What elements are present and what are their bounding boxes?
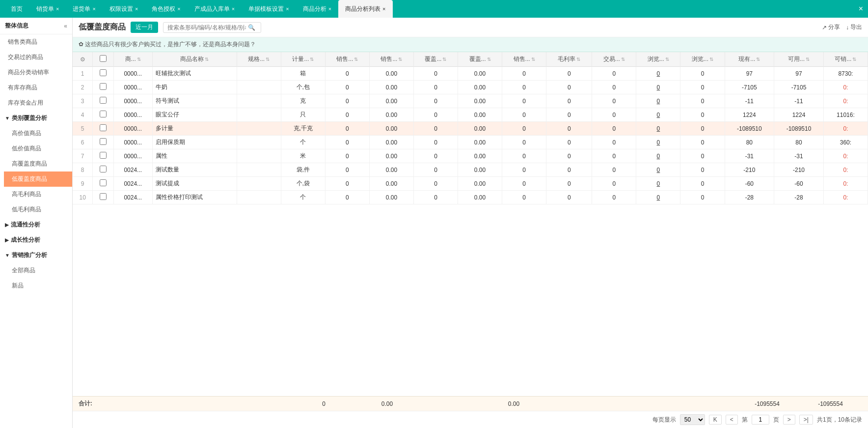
column-unit[interactable]: 计量...⇅: [281, 52, 325, 67]
column-name[interactable]: 商品名称⇅: [152, 52, 237, 67]
sidebar-item-low-value[interactable]: 低价值商品: [4, 141, 72, 156]
nav-tab-template-settings[interactable]: 单据模板设置 ×: [242, 0, 296, 18]
row-browse1[interactable]: 0: [636, 81, 680, 94]
sidebar-item-in-stock[interactable]: 有库存商品: [0, 80, 72, 95]
row-name[interactable]: 旺辅批次测试: [152, 67, 237, 81]
row-select-checkbox[interactable]: [100, 97, 107, 104]
row-checkbox[interactable]: [93, 191, 114, 204]
nav-tab-template-settings-close[interactable]: ×: [286, 6, 289, 12]
sidebar-group-growth[interactable]: ▶ 成长性分析: [0, 232, 72, 248]
row-select-checkbox[interactable]: [100, 179, 107, 186]
column-current-stock[interactable]: 现有...⇅: [725, 52, 774, 67]
row-select-checkbox[interactable]: [100, 193, 107, 200]
row-select-checkbox[interactable]: [100, 138, 107, 145]
sidebar-item-inventory-capital[interactable]: 库存资金占用: [0, 95, 72, 111]
export-button[interactable]: ↓ 导出: [846, 23, 862, 31]
nav-tab-finished-goods-close[interactable]: ×: [232, 6, 235, 12]
row-browse1[interactable]: 0: [636, 136, 680, 149]
sidebar-group-category-coverage[interactable]: ▼ 类别覆盖分析: [0, 111, 72, 126]
sidebar-item-sales-goods[interactable]: 销售类商品: [0, 34, 72, 50]
first-page-button[interactable]: K: [709, 415, 722, 425]
sidebar-item-all-goods[interactable]: 全部商品: [4, 263, 72, 278]
row-name[interactable]: 测试提成: [152, 177, 237, 191]
column-available[interactable]: 可用...⇅: [774, 52, 824, 67]
row-browse1[interactable]: 0: [636, 94, 680, 108]
column-saleable[interactable]: 可销...⇅: [823, 52, 868, 67]
column-browse1[interactable]: 浏览...⇅: [636, 52, 680, 67]
row-select-checkbox[interactable]: [100, 83, 107, 90]
row-name[interactable]: 启用保质期: [152, 136, 237, 149]
row-checkbox[interactable]: [93, 67, 114, 81]
row-browse1[interactable]: 0: [636, 163, 680, 177]
row-name[interactable]: 测试数量: [152, 163, 237, 177]
column-sales-amt[interactable]: 销售...⇅: [369, 52, 413, 67]
nav-tab-home[interactable]: 首页: [4, 0, 29, 18]
time-filter-button[interactable]: 近一月: [131, 22, 158, 33]
row-name[interactable]: 属性: [152, 149, 237, 163]
row-name[interactable]: 符号测试: [152, 94, 237, 108]
row-name[interactable]: 眼宝公仔: [152, 108, 237, 122]
share-button[interactable]: ↗ 分享: [822, 23, 840, 31]
nav-tab-sales[interactable]: 销货单 ×: [29, 0, 66, 18]
column-coverage1[interactable]: 覆盖...⇅: [413, 52, 458, 67]
row-name[interactable]: 牛奶: [152, 81, 237, 94]
last-page-button[interactable]: >|: [799, 415, 813, 425]
row-checkbox[interactable]: [93, 177, 114, 191]
row-checkbox[interactable]: [93, 94, 114, 108]
column-settings[interactable]: ⚙: [73, 52, 93, 67]
row-browse1[interactable]: 0: [636, 177, 680, 191]
row-select-checkbox[interactable]: [100, 166, 107, 172]
sidebar-item-high-margin[interactable]: 高毛利商品: [4, 187, 72, 202]
row-checkbox[interactable]: [93, 108, 114, 122]
column-gross-rate[interactable]: 毛利率⇅: [546, 52, 592, 67]
nav-tab-permissions[interactable]: 权限设置 ×: [103, 0, 145, 18]
prev-page-button[interactable]: <: [726, 415, 738, 425]
nav-tab-product-analysis-list[interactable]: 商品分析列表 ×: [338, 0, 392, 18]
nav-tab-purchase[interactable]: 进货单 ×: [66, 0, 102, 18]
row-select-checkbox[interactable]: [100, 124, 107, 131]
row-checkbox[interactable]: [93, 122, 114, 136]
select-all-checkbox[interactable]: [100, 55, 107, 62]
column-coverage2[interactable]: 覆盖...⇅: [458, 52, 502, 67]
column-trade[interactable]: 交易...⇅: [592, 52, 636, 67]
column-browse2[interactable]: 浏览...⇅: [680, 52, 725, 67]
row-browse1[interactable]: 0: [636, 149, 680, 163]
sidebar-group-marketing[interactable]: ▼ 营销推广分析: [0, 248, 72, 263]
row-browse1[interactable]: 0: [636, 67, 680, 81]
nav-tab-roles[interactable]: 角色授权 ×: [145, 0, 187, 18]
sidebar-item-low-margin[interactable]: 低毛利商品: [4, 202, 72, 217]
sidebar-item-new-goods[interactable]: 新品: [4, 278, 72, 293]
sidebar-item-traded-goods[interactable]: 交易过的商品: [0, 50, 72, 65]
next-page-button[interactable]: >: [783, 415, 795, 425]
row-checkbox[interactable]: [93, 136, 114, 149]
nav-tab-roles-close[interactable]: ×: [177, 6, 180, 12]
sidebar-item-high-value[interactable]: 高价值商品: [4, 126, 72, 141]
row-checkbox[interactable]: [93, 163, 114, 177]
nav-tab-sales-close[interactable]: ×: [56, 6, 59, 12]
nav-tab-permissions-close[interactable]: ×: [135, 6, 138, 12]
row-name[interactable]: 多计量: [152, 122, 237, 136]
search-input[interactable]: [167, 24, 246, 31]
row-checkbox[interactable]: [93, 149, 114, 163]
column-spec[interactable]: 规格...⇅: [237, 52, 281, 67]
sidebar-collapse-button[interactable]: «: [64, 23, 67, 29]
column-sales-days[interactable]: 销售...⇅: [502, 52, 546, 67]
nav-tab-product-analysis-close[interactable]: ×: [328, 6, 331, 12]
row-select-checkbox[interactable]: [100, 69, 107, 76]
nav-tab-purchase-close[interactable]: ×: [92, 6, 95, 12]
settings-icon[interactable]: ⚙: [80, 56, 85, 63]
nav-tab-finished-goods[interactable]: 产成品入库单 ×: [188, 0, 242, 18]
nav-tab-product-analysis-list-close[interactable]: ×: [382, 6, 385, 12]
row-browse1[interactable]: 0: [636, 191, 680, 204]
window-close-button[interactable]: ×: [859, 4, 863, 13]
sidebar-item-low-coverage[interactable]: 低覆盖度商品: [4, 171, 72, 187]
row-browse1[interactable]: 0: [636, 108, 680, 122]
row-browse1[interactable]: 0: [636, 122, 680, 136]
nav-tab-product-analysis[interactable]: 商品分析 ×: [296, 0, 338, 18]
row-name[interactable]: 属性价格打印测试: [152, 191, 237, 204]
per-page-select[interactable]: 50 100 200: [680, 414, 705, 425]
row-select-checkbox[interactable]: [100, 152, 107, 159]
sidebar-item-category-sales-rate[interactable]: 商品分类动销率: [0, 65, 72, 80]
sidebar-item-high-coverage[interactable]: 高覆盖度商品: [4, 156, 72, 171]
column-sales-qty[interactable]: 销售...⇅: [325, 52, 369, 67]
